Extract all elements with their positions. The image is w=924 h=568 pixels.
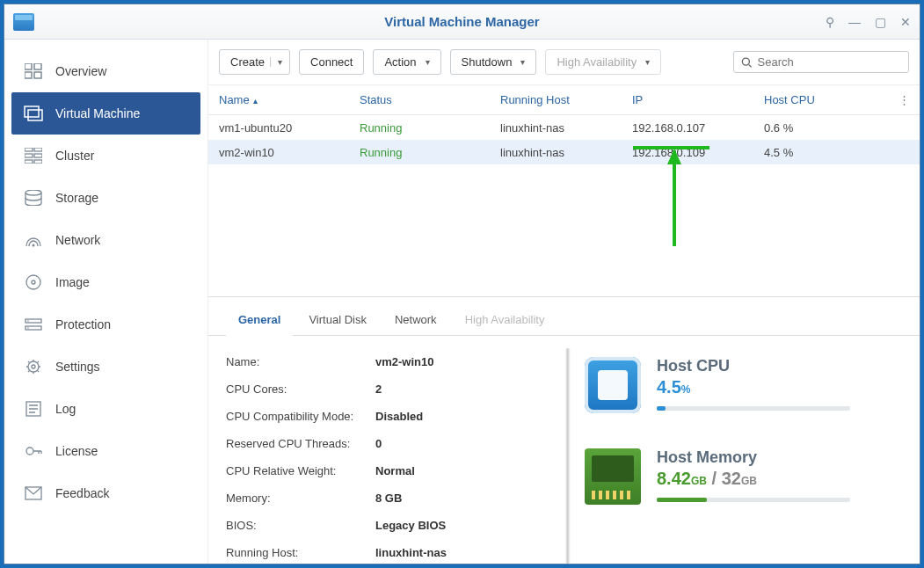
- sidebar-item-label: Cluster: [55, 149, 94, 163]
- search-box[interactable]: [733, 51, 909, 73]
- sidebar-item-image[interactable]: Image: [11, 261, 200, 303]
- create-button[interactable]: Create▾: [219, 49, 290, 75]
- sidebar-item-protection[interactable]: Protection: [11, 303, 200, 346]
- cell-ip: 192.168.0.109: [632, 146, 764, 159]
- table-row[interactable]: vm2-win10 Running linuxhint-nas 192.168.…: [208, 140, 920, 164]
- svg-rect-7: [34, 148, 42, 151]
- tab-general[interactable]: General: [235, 306, 284, 335]
- titlebar: Virtual Machine Manager ⚲ — ▢ ✕: [4, 4, 920, 40]
- sidebar-item-overview[interactable]: Overview: [11, 50, 200, 92]
- tab-high-availability[interactable]: High Availability: [462, 306, 549, 335]
- prop-val: Disabled: [375, 410, 423, 423]
- pin-icon[interactable]: ⚲: [826, 15, 834, 29]
- svg-point-19: [27, 327, 29, 329]
- table-header: Name Status Running Host IP Host CPU ⋮: [208, 85, 920, 115]
- create-label: Create: [230, 55, 265, 69]
- scrollbar[interactable]: [565, 348, 571, 564]
- svg-point-15: [32, 280, 35, 284]
- gear-icon: [24, 358, 43, 375]
- mem-bar: [657, 498, 850, 502]
- col-status[interactable]: Status: [360, 93, 500, 106]
- prop-val: 2: [375, 382, 382, 396]
- search-input[interactable]: [758, 55, 901, 69]
- vm-table: Name Status Running Host IP Host CPU ⋮ v…: [208, 85, 920, 164]
- svg-point-25: [742, 58, 749, 65]
- svg-rect-2: [25, 72, 32, 78]
- svg-point-13: [33, 244, 35, 247]
- cell-status: Running: [360, 146, 500, 159]
- sidebar-item-label: Feedback: [55, 486, 109, 500]
- cpu-bar: [657, 406, 850, 411]
- detail-panel: General Virtual Disk Network High Availa…: [208, 296, 920, 564]
- sidebar-item-label: Protection: [55, 317, 111, 331]
- col-name[interactable]: Name: [219, 93, 360, 106]
- cell-cpu: 4.5 %: [764, 146, 887, 159]
- app-icon: [13, 13, 34, 31]
- prop-key: Name:: [226, 355, 375, 368]
- mem-total-unit: GB: [741, 475, 757, 487]
- overview-icon: [24, 62, 43, 80]
- sidebar-item-license[interactable]: License: [11, 430, 200, 472]
- sidebar-item-settings[interactable]: Settings: [11, 346, 200, 388]
- svg-rect-11: [34, 160, 42, 164]
- cpu-unit: %: [681, 383, 691, 396]
- connect-button[interactable]: Connect: [299, 49, 364, 75]
- prop-key: BIOS:: [226, 519, 375, 532]
- sidebar-item-cluster[interactable]: Cluster: [11, 135, 200, 177]
- prop-val: 8 GB: [375, 492, 402, 505]
- minimize-icon[interactable]: —: [848, 15, 861, 29]
- annotation-arrow: [630, 145, 718, 286]
- col-ip[interactable]: IP: [632, 93, 764, 106]
- prop-key: Running Host:: [226, 546, 375, 559]
- col-cpu[interactable]: Host CPU: [764, 93, 887, 106]
- sidebar-item-feedback[interactable]: Feedback: [11, 472, 200, 514]
- cell-ip: 192.168.0.107: [632, 121, 764, 135]
- search-icon: [741, 56, 753, 69]
- svg-rect-0: [25, 63, 32, 69]
- prop-val: Normal: [375, 464, 415, 477]
- prop-key: Reserved CPU Threads:: [226, 437, 375, 450]
- mem-total: 32: [722, 469, 741, 488]
- shutdown-button[interactable]: Shutdown: [450, 49, 537, 75]
- key-icon: [24, 442, 43, 460]
- action-button[interactable]: Action: [373, 49, 440, 75]
- close-icon[interactable]: ✕: [900, 15, 911, 29]
- sidebar-item-log[interactable]: Log: [11, 388, 200, 430]
- prop-key: CPU Compatibility Mode:: [226, 410, 375, 423]
- table-row[interactable]: vm1-ubuntu20 Running linuxhint-nas 192.1…: [208, 115, 920, 140]
- svg-rect-9: [34, 154, 42, 157]
- detail-tabs: General Virtual Disk Network High Availa…: [208, 297, 920, 336]
- cluster-icon: [24, 147, 43, 164]
- cell-host: linuxhint-nas: [500, 146, 632, 159]
- cpu-value: 4.5: [657, 377, 681, 397]
- storage-icon: [24, 189, 43, 207]
- svg-point-20: [28, 361, 39, 372]
- sidebar-item-label: License: [55, 444, 98, 458]
- prop-val: 0: [375, 437, 382, 450]
- col-host[interactable]: Running Host: [500, 93, 632, 106]
- svg-rect-3: [34, 72, 41, 78]
- svg-rect-10: [25, 160, 33, 164]
- window-title: Virtual Machine Manager: [4, 14, 920, 29]
- sidebar-item-virtual-machine[interactable]: Virtual Machine: [11, 92, 200, 135]
- sidebar-item-label: Virtual Machine: [55, 106, 140, 120]
- host-memory-gauge: Host Memory 8.42GB / 32GB: [585, 448, 902, 505]
- columns-more-icon[interactable]: ⋮: [887, 93, 913, 106]
- svg-point-23: [26, 448, 33, 455]
- image-icon: [24, 273, 43, 291]
- cell-name: vm1-ubuntu20: [219, 121, 360, 135]
- mem-used-unit: GB: [691, 475, 707, 487]
- tab-network[interactable]: Network: [391, 306, 440, 335]
- tab-virtual-disk[interactable]: Virtual Disk: [305, 306, 370, 335]
- svg-rect-6: [25, 148, 33, 151]
- sidebar-item-label: Log: [55, 402, 76, 416]
- high-availability-button[interactable]: High Availability: [545, 49, 661, 75]
- gauge-label: Host Memory: [657, 448, 850, 467]
- cell-name: vm2-win10: [219, 146, 360, 159]
- sidebar-item-network[interactable]: Network: [11, 219, 200, 261]
- log-icon: [24, 400, 43, 418]
- maximize-icon[interactable]: ▢: [875, 15, 886, 29]
- svg-rect-4: [25, 106, 39, 117]
- chevron-down-icon[interactable]: ▾: [270, 57, 289, 67]
- sidebar-item-storage[interactable]: Storage: [11, 177, 200, 219]
